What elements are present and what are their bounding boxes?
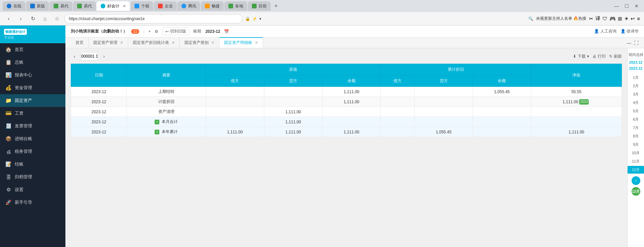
sidebar-label-ledger: 总账 (15, 59, 23, 65)
cell-summary-2: 计提折旧 (127, 97, 206, 107)
help-button[interactable]: 👤 人工咨询 (594, 28, 616, 34)
refresh-button[interactable]: ↻ 刷新 (609, 54, 622, 59)
bookmark-button[interactable]: ☆ (52, 14, 62, 23)
month-7[interactable]: 7月 (628, 124, 644, 132)
browser-tab-yidai2[interactable]: 易代 (73, 1, 96, 11)
cell-acc-credit-2 (415, 97, 473, 107)
tab-depreciation-stat[interactable]: 固定资产折旧统计表 ✕ (128, 38, 180, 48)
tab-home[interactable]: 首页 (71, 38, 89, 48)
home-nav-button[interactable]: ⌂ (40, 14, 50, 23)
sidebar-item-settings[interactable]: ⚙ 设置 (0, 183, 65, 196)
menu-icon[interactable]: ≡ (637, 16, 640, 21)
sidebar-item-guide[interactable]: 🚀 新手引导 (0, 196, 65, 209)
forward-button[interactable]: › (16, 14, 25, 23)
maximize-button[interactable]: ☐ (622, 1, 631, 11)
browser-tab-yidai1[interactable]: 易代 (50, 1, 72, 11)
dropdown-icon[interactable]: ▾ (259, 16, 261, 21)
month-8[interactable]: 8月 (628, 132, 644, 140)
page-input[interactable] (81, 52, 98, 60)
month-1[interactable]: 1月 (628, 74, 644, 81)
close-window-button[interactable]: ✕ (632, 1, 641, 11)
up-scroll-icon[interactable]: ↑ (632, 176, 640, 185)
month-5[interactable]: 5月 (628, 107, 644, 115)
user-profile-button[interactable]: 👤 徐译华 (621, 28, 639, 34)
cell-orig-credit-2 (264, 97, 322, 107)
sidebar-nav: 🏠 首页 📋 总账 📊 报表中心 💰 资金管理 📁 固定资产 💳 工资 (0, 43, 65, 247)
translate-icon[interactable]: 译 (595, 15, 600, 22)
cell-acc-debit-4 (381, 117, 415, 127)
browser-tab-enterprise[interactable]: 企业 (154, 1, 177, 11)
cell-acc-balance-2 (473, 97, 531, 107)
cell-orig-debit-3 (206, 107, 264, 117)
cell-orig-credit-1 (264, 87, 322, 97)
sidebar-item-funds[interactable]: 💰 资金管理 (0, 81, 65, 94)
new-tab-button[interactable]: + (271, 1, 281, 11)
month-6[interactable]: 6月 (628, 116, 644, 123)
calendar-icon[interactable]: 📅 (224, 29, 229, 34)
minimize-button[interactable]: — (612, 1, 621, 11)
cell-date-2: 2023-12 (71, 97, 127, 107)
settings-icon: ⚙ (5, 187, 11, 193)
grid-icon[interactable]: ⊞ (618, 16, 622, 22)
expand-icon[interactable]: ⛶ (634, 40, 639, 46)
tab-fixed-category[interactable]: 固定资产类别 ✕ (180, 38, 219, 48)
browser-tab-changjie[interactable]: 畅捷 (201, 1, 224, 11)
sidebar-item-reports[interactable]: 📊 报表中心 (0, 69, 65, 81)
tab-fixed-mgmt[interactable]: 固定资产管理 ✕ (89, 38, 128, 48)
browser-tab-new[interactable]: 新版 (26, 1, 49, 11)
add-account-icon[interactable]: + (148, 29, 151, 34)
content-wrapper: 刘小艳演示账套（勿删勿动！） 11 | + ⚙ ↩ 切到旧版 账期 2023-1… (65, 25, 644, 247)
gamepad-icon[interactable]: 🎮 (609, 16, 616, 22)
undo-icon[interactable]: ↩ (631, 16, 635, 22)
download-button[interactable]: ⬇ 下载 ▾ (573, 54, 589, 59)
sidebar-item-inventory[interactable]: 📦 进销台账 (0, 132, 65, 145)
sidebar-item-fixed-assets[interactable]: 📁 固定资产 (0, 94, 65, 107)
collapse-icon[interactable]: — (627, 40, 631, 46)
sidebar-label-invoice: 发票管理 (15, 123, 32, 129)
browser-tab-accounting[interactable]: 好会计 ✕ (97, 1, 130, 11)
month-12[interactable]: 12月 (628, 166, 644, 174)
browser-tab-individual-tax[interactable]: 个税 (130, 1, 153, 11)
tab-close-category[interactable]: ✕ (211, 41, 214, 45)
month-4[interactable]: 4月 (628, 99, 644, 107)
browser-tab-close-icon[interactable]: ✕ (123, 4, 126, 8)
cut-icon[interactable]: ✂ (589, 16, 593, 22)
browser-toolbar-icons: ✂ 译 🛡 🎮 ⊞ ☀ ↩ ≡ (589, 15, 640, 22)
reload-button[interactable]: ↻ (28, 14, 38, 23)
address-input[interactable] (64, 14, 243, 23)
sidebar-item-ledger[interactable]: 📋 总账 (0, 56, 65, 69)
month-3[interactable]: 3月 (628, 90, 644, 98)
browser-tab-tencent[interactable]: 腾讯 (177, 1, 200, 11)
sidebar-item-archive[interactable]: 🗄 归档管理 (0, 171, 65, 183)
sidebar-item-closing[interactable]: 📝 结账 (0, 158, 65, 171)
cell-orig-debit-2 (206, 97, 264, 107)
month-11[interactable]: 11月 (628, 158, 644, 165)
sidebar-item-invoice[interactable]: 🧾 发票管理 (0, 120, 65, 132)
th-orig-debit: 借方 (206, 75, 264, 87)
back-button[interactable]: ‹ (4, 14, 13, 23)
th-original-value: 原值 (206, 64, 380, 75)
print-button[interactable]: 🖨 打印 (592, 54, 606, 59)
shield-icon[interactable]: 🛡 (602, 16, 607, 21)
download-dropdown-icon: ▾ (587, 54, 589, 59)
tab-close-depreciation[interactable]: ✕ (172, 41, 175, 45)
brightness-icon[interactable]: ☀ (624, 16, 629, 22)
browser-tab-mubiao[interactable]: 目前 (248, 1, 271, 11)
current-month-indicator[interactable]: 12月 (632, 187, 640, 196)
tab-close-fixed-mgmt[interactable]: ✕ (120, 41, 123, 45)
switch-version-button[interactable]: ↩ 切到旧版 (162, 27, 189, 35)
month-9[interactable]: 9月 (628, 141, 644, 148)
tab-close-detail[interactable]: ✕ (255, 41, 258, 45)
sidebar-item-payroll[interactable]: 💳 工资 (0, 107, 65, 120)
tab-fixed-detail[interactable]: 固定资产明细账 ✕ (219, 37, 263, 48)
month-2[interactable]: 2月 (628, 82, 644, 90)
month-10[interactable]: 10月 (628, 149, 644, 157)
browser-tab-online[interactable]: 在线 (3, 1, 25, 11)
page-next-button[interactable]: › (100, 53, 108, 60)
page-prev-button[interactable]: ‹ (71, 53, 78, 60)
sidebar-item-home[interactable]: 🏠 首页 (0, 43, 65, 56)
sidebar-item-tax[interactable]: 🖨 税务管理 (0, 145, 65, 158)
browser-tab-gedi[interactable]: 各地 (224, 1, 247, 11)
search-area: 🔍 央视更新主持人名单 🔥热搜 (417, 16, 587, 21)
settings-account-icon[interactable]: ⚙ (155, 29, 158, 34)
